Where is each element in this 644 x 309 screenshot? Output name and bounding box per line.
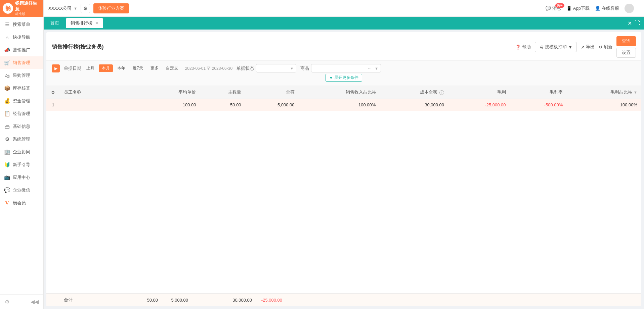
footer-profit: -25,000.00 [252, 298, 282, 303]
filter-area: ▶ 单据日期 上月 本月 本年 近7天 更多 自定义 [46, 61, 641, 86]
table-settings-icon[interactable]: ⚙ [51, 90, 55, 95]
sidebar-item-member[interactable]: V 畅会员 [0, 197, 43, 209]
print-button[interactable]: 🖨 按模板打印 ▼ [535, 42, 577, 52]
export-icon: ↗ [581, 45, 585, 50]
table-footer: 合计 50.00 5,000.00 30,000.00 -25,000.00 [46, 293, 641, 306]
goods-input[interactable] [311, 64, 381, 72]
footer-qty: 50.00 [131, 298, 158, 303]
sales-icon: 🛒 [4, 60, 10, 66]
sidebar-item-search[interactable]: ☰ 搜索菜单 [0, 18, 43, 31]
sidebar-item-operation[interactable]: 📋 经营管理 [0, 107, 43, 120]
company-name: XXXXX公司 [48, 5, 72, 11]
settings-button[interactable]: 设置 [616, 48, 636, 58]
col-header-profit: 毛利 [448, 86, 510, 99]
date-range-text: 2023-06-01 至 2023-06-30 [185, 66, 232, 71]
date-pills: 上月 本月 本年 近7天 更多 自定义 [83, 64, 181, 72]
date-pill-7days[interactable]: 近7天 [130, 64, 146, 72]
goods-filter: 商品 ··· ▼ [300, 64, 381, 72]
cell-sales-pct: 100.00% [299, 99, 380, 111]
content-area: 销售排行榜(按业务员) ❓ 帮助 🖨 按模板打印 ▼ ↗ 导出 [44, 30, 644, 309]
search-icon: ☰ [4, 21, 10, 28]
enterprise-icon: 🏢 [4, 149, 10, 155]
avatar[interactable] [625, 4, 634, 13]
company-selector[interactable]: XXXXX公司 ▼ [48, 5, 77, 11]
apps-icon: 📺 [4, 174, 10, 181]
expand-more-row: ▼ 展开更多条件 [52, 72, 636, 82]
cost-info-icon[interactable]: i [439, 90, 444, 95]
app-icon: 📱 [566, 6, 572, 11]
col-header-profit-rate: 毛利率 [510, 86, 567, 99]
service-icon: 👤 [595, 6, 600, 11]
table-header-row: ⚙ 员工名称 平均单价 主数量 [46, 86, 641, 99]
help-icon: ❓ [515, 45, 521, 50]
message-badge: 99+ [555, 3, 564, 8]
sidebar-nav: ☰ 搜索菜单 ⌂ 快捷导航 📣 营销推广 🛒 销售管理 🛍 采购管理 📦 库存核… [0, 17, 43, 294]
settings-footer-icon[interactable]: ⚙ [5, 299, 9, 305]
tab-close-icon[interactable]: ✕ [95, 21, 98, 25]
sidebar-item-sales[interactable]: 🛒 销售管理 [0, 56, 43, 69]
sidebar-item-wechat[interactable]: 💬 企业微信 [0, 184, 43, 197]
date-pill-this-month[interactable]: 本月 [99, 64, 113, 72]
status-select[interactable] [256, 64, 296, 72]
online-service-button[interactable]: 👤 在线客服 [595, 5, 619, 11]
date-pill-more[interactable]: 更多 [147, 64, 162, 72]
marketing-icon: 📣 [4, 47, 10, 53]
export-button[interactable]: ↗ 导出 [581, 44, 595, 50]
date-pill-custom[interactable]: 自定义 [163, 64, 181, 72]
help-button[interactable]: ❓ 帮助 [515, 44, 531, 50]
tab-bar: 首页 销售排行榜 ✕ ✕ ⛶ [44, 17, 644, 30]
app-download-button[interactable]: 📱 App下载 [566, 5, 590, 11]
filter-collapse-icon: ▶ [54, 66, 57, 71]
date-pill-last-month[interactable]: 上月 [83, 64, 97, 72]
status-select-wrapper: ▼ [256, 64, 296, 72]
message-button[interactable]: 💬 消息 99+ [546, 5, 561, 11]
expand-more-icon: ▼ [329, 75, 333, 80]
refresh-button[interactable]: ↺ 刷新 [599, 44, 612, 50]
sidebar-item-quicknav[interactable]: ⌂ 快捷导航 [0, 31, 43, 44]
tab-home[interactable]: 首页 [45, 17, 65, 30]
status-label: 单据状态 [237, 65, 254, 71]
data-table: ⚙ 员工名称 平均单价 主数量 [46, 86, 641, 111]
member-icon: V [4, 200, 10, 206]
filter-collapse-btn[interactable]: ▶ [52, 64, 60, 72]
sidebar-item-basic[interactable]: 🗃 基础信息 [0, 120, 43, 133]
cell-amount: 5,000.00 [245, 99, 299, 111]
profit-pct-sort-icon[interactable]: ▼ [634, 90, 637, 94]
cell-profit: -25,000.00 [448, 99, 510, 111]
sidebar: 畅 畅康通好生意 标准版 ☰ 搜索菜单 ⌂ 快捷导航 📣 营销推广 🛒 销售管理… [0, 0, 44, 309]
page-title: 销售排行榜(按业务员) [52, 44, 104, 51]
col-header-qty: 主数量 [200, 86, 245, 99]
sidebar-item-purchase[interactable]: 🛍 采购管理 [0, 69, 43, 82]
col-header-amount: 全额 [245, 86, 299, 99]
sidebar-item-apps[interactable]: 📺 应用中心 [0, 171, 43, 184]
tab-fullscreen-icon[interactable]: ⛶ [635, 20, 640, 27]
sidebar-item-system[interactable]: ⚙ 系统管理 [0, 133, 43, 146]
logo-text: 畅康通好生意 标准版 [15, 1, 41, 16]
query-button[interactable]: 查询 [616, 36, 636, 46]
date-pill-this-year[interactable]: 本年 [114, 64, 128, 72]
sidebar-item-guide[interactable]: 🔰 新手引导 [0, 158, 43, 171]
sidebar-item-finance[interactable]: 💰 资金管理 [0, 95, 43, 107]
sidebar-item-inventory[interactable]: 📦 库存核算 [0, 82, 43, 95]
sidebar-item-marketing[interactable]: 📣 营销推广 [0, 44, 43, 56]
status-filter: 单据状态 ▼ [237, 64, 296, 72]
basic-icon: 🗃 [4, 124, 10, 130]
expand-more-button[interactable]: ▼ 展开更多条件 [326, 74, 362, 82]
tab-sales-rank[interactable]: 销售排行榜 ✕ [66, 18, 103, 28]
cell-profit-rate: -500.00% [510, 99, 567, 111]
page-container: 销售排行榜(按业务员) ❓ 帮助 🖨 按模板打印 ▼ ↗ 导出 [46, 32, 641, 306]
header-gear-button[interactable]: ⚙ [81, 4, 90, 13]
collapse-icon[interactable]: ◀◀ [31, 299, 39, 305]
page-actions: ❓ 帮助 🖨 按模板打印 ▼ ↗ 导出 ↺ 刷新 [515, 36, 636, 58]
industry-button[interactable]: 体验行业方案 [93, 3, 129, 13]
col-header-sales-pct: 销售收入占比% [299, 86, 380, 99]
cell-rank: 1 [46, 99, 60, 111]
footer-amount: 5,000.00 [158, 298, 188, 303]
footer-cost: 30,000.00 [222, 298, 252, 303]
cell-avg-price: 100.00 [146, 99, 200, 111]
sidebar-item-enterprise[interactable]: 🏢 企业协同 [0, 146, 43, 158]
tab-close-all-icon[interactable]: ✕ [628, 20, 632, 27]
message-icon: 💬 [546, 6, 551, 11]
table-row: 1 100.00 50.00 [46, 99, 641, 111]
col-header-rank: ⚙ [46, 86, 60, 99]
